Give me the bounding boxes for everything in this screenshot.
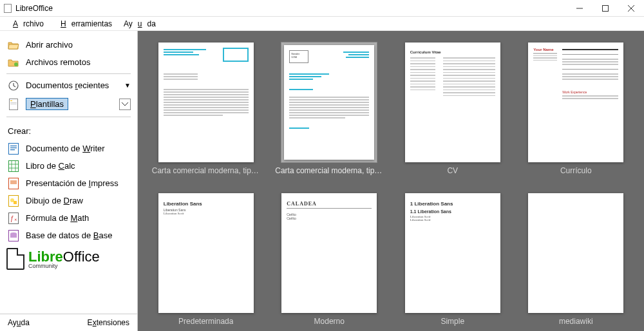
- template-thumbnail: Liberation SansLiberation SansLiberation…: [158, 193, 254, 313]
- svg-rect-7: [10, 100, 12, 101]
- maximize-icon: [602, 5, 609, 12]
- create-list: Documento de Writer Libro de Calc Presen…: [0, 140, 137, 244]
- template-card[interactable]: Carta comercial moderna, tipografía…: [151, 43, 261, 175]
- svg-text:ƒₓ: ƒₓ: [10, 215, 17, 222]
- template-thumbnail: CALADEACarlitoCarlito: [281, 193, 377, 313]
- create-impress[interactable]: Presentación de Impress: [0, 175, 137, 192]
- template-thumbnail-wrap: 1 Liberation Sans1.1 Liberation SansLibe…: [405, 193, 500, 313]
- sidebar-recent-documents[interactable]: Documentos recientes ▼: [0, 77, 137, 94]
- template-card[interactable]: Sender1234Carta comercial moderna, tipog…: [274, 43, 385, 175]
- create-calc-label: Libro de Calc: [26, 161, 75, 171]
- template-thumbnail-wrap: Curriculum Vitae: [405, 43, 500, 162]
- svg-rect-11: [10, 146, 17, 146]
- writer-icon: [8, 144, 19, 153]
- folder-remote-icon: [8, 58, 19, 67]
- template-grid: Carta comercial moderna, tipografía…Send…: [151, 43, 631, 326]
- svg-rect-10: [9, 143, 19, 154]
- math-icon: ƒₓ: [8, 214, 19, 223]
- template-thumbnail-wrap: Your NameWork Experience: [528, 43, 623, 162]
- maximize-button[interactable]: [592, 0, 618, 17]
- impress-icon: [8, 179, 19, 188]
- svg-rect-16: [10, 180, 17, 184]
- sidebar-remote-files[interactable]: Archivos remotos: [0, 53, 137, 71]
- template-thumbnail-wrap: Liberation SansLiberation SansLiberation…: [158, 193, 254, 313]
- sidebar-open-file[interactable]: Abrir archivo: [0, 36, 137, 53]
- template-card[interactable]: Curriculum VitaeCV: [397, 43, 508, 175]
- create-section-title: Crear:: [0, 120, 137, 140]
- svg-rect-13: [10, 149, 15, 150]
- template-label: Carta comercial moderna, tipografía…: [275, 166, 383, 175]
- template-card[interactable]: 1 Liberation Sans1.1 Liberation SansLibe…: [397, 193, 508, 326]
- menu-herramientas[interactable]: Herramientas: [50, 18, 117, 30]
- divider: [6, 117, 131, 117]
- dropdown-button[interactable]: [119, 99, 131, 110]
- svg-rect-12: [10, 147, 17, 148]
- svg-rect-8: [10, 102, 17, 103]
- template-label: mediawiki: [559, 317, 593, 326]
- minimize-icon: [576, 5, 583, 12]
- template-thumbnail-wrap: [528, 193, 623, 313]
- divider: [6, 73, 131, 74]
- template-thumbnail: Curriculum Vitae: [405, 43, 500, 162]
- template-thumbnail: [158, 43, 254, 162]
- create-math-label: Fórmula de Math: [26, 213, 89, 223]
- chevron-down-icon: [122, 102, 128, 106]
- sidebar-templates-label-highlight: Plantillas: [26, 98, 68, 110]
- folder-open-icon: [8, 41, 19, 50]
- template-label: Predeterminada: [178, 317, 233, 326]
- template-label: Currículo: [560, 166, 592, 175]
- sidebar-recent-label: Documentos recientes: [26, 80, 109, 90]
- menu-ayuda[interactable]: Ayuda: [118, 18, 161, 30]
- close-button[interactable]: [618, 0, 644, 17]
- create-calc[interactable]: Libro de Calc: [0, 157, 137, 175]
- template-thumbnail: [528, 193, 623, 313]
- sidebar-open-label: Abrir archivo: [26, 40, 73, 50]
- libreoffice-logo-icon: [6, 248, 24, 270]
- template-thumbnail: 1 Liberation Sans1.1 Liberation SansLibe…: [405, 193, 500, 313]
- create-math[interactable]: ƒₓ Fórmula de Math: [0, 209, 137, 227]
- main: Abrir archivo Archivos remotos Documento…: [0, 31, 644, 331]
- app-icon: [4, 4, 12, 13]
- titlebar-left: LibreOffice: [4, 4, 53, 13]
- logo: LibreOffice Community: [0, 244, 137, 274]
- svg-point-4: [14, 62, 18, 66]
- chevron-down-icon: ▼: [124, 82, 131, 89]
- template-grid-area[interactable]: Carta comercial moderna, tipografía…Send…: [138, 31, 644, 331]
- window-controls: [567, 0, 644, 17]
- create-writer[interactable]: Documento de Writer: [0, 140, 137, 157]
- template-label: CV: [447, 166, 458, 175]
- base-icon: [8, 231, 19, 240]
- template-card[interactable]: mediawiki: [521, 193, 632, 326]
- menu-archivo[interactable]: Archivo: [3, 18, 49, 30]
- create-base-label: Base de datos de Base: [26, 231, 112, 240]
- titlebar: LibreOffice: [0, 0, 644, 17]
- template-card[interactable]: CALADEACarlitoCarlitoModerno: [274, 193, 385, 326]
- template-thumbnail: Sender1234: [284, 45, 374, 160]
- svg-rect-9: [10, 104, 17, 104]
- template-label: Moderno: [314, 317, 345, 326]
- create-writer-label: Documento de Writer: [26, 144, 105, 153]
- calc-icon: [8, 162, 19, 171]
- template-thumbnail-wrap: Sender1234: [281, 43, 377, 162]
- close-icon: [628, 5, 634, 12]
- create-base[interactable]: Base de datos de Base: [0, 227, 137, 244]
- sidebar-templates[interactable]: Plantillas: [0, 94, 137, 114]
- template-card[interactable]: Liberation SansLiberation SansLiberation…: [151, 193, 261, 326]
- template-icon: [8, 100, 19, 109]
- create-impress-label: Presentación de Impress: [26, 178, 118, 188]
- footer-help[interactable]: Ayuda: [8, 318, 30, 327]
- window-title: LibreOffice: [15, 4, 53, 13]
- template-card[interactable]: Your NameWork ExperienceCurrículo: [521, 43, 632, 175]
- sidebar: Abrir archivo Archivos remotos Documento…: [0, 31, 138, 331]
- create-draw-label: Dibujo de Draw: [26, 196, 83, 205]
- menubar: ArchivoHerramientasAyuda: [0, 17, 644, 31]
- svg-rect-24: [10, 234, 17, 238]
- svg-rect-14: [9, 160, 19, 171]
- create-draw[interactable]: Dibujo de Draw: [0, 192, 137, 209]
- sidebar-remote-label: Archivos remotos: [26, 57, 90, 67]
- template-thumbnail-wrap: [158, 43, 254, 162]
- svg-rect-1: [603, 5, 609, 11]
- footer-extensions[interactable]: Extensiones: [88, 318, 129, 327]
- minimize-button[interactable]: [567, 0, 592, 17]
- sidebar-footer: Ayuda Extensiones: [0, 314, 137, 331]
